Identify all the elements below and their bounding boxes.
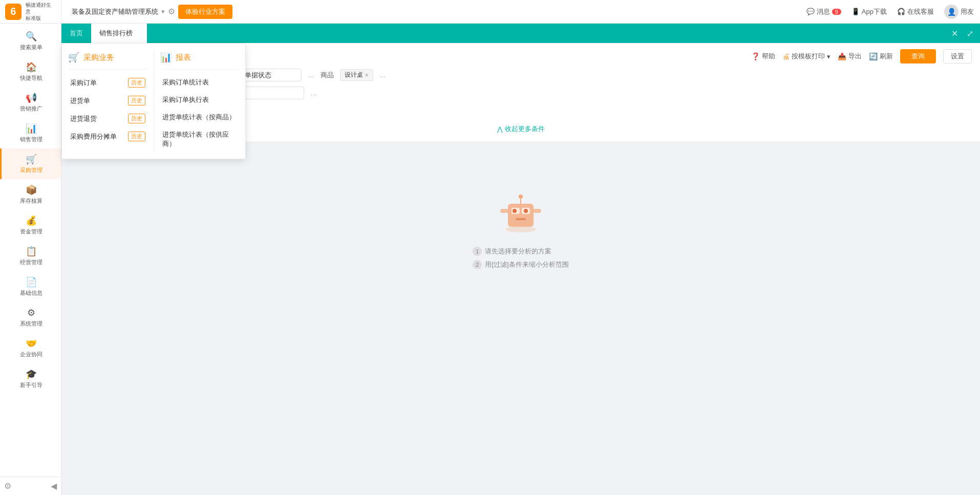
sidebar-item-sales[interactable]: 📊 销售管理 [0,118,61,148]
sidebar-item-system[interactable]: ⚙ 系统管理 [0,302,61,333]
sidebar-item-search[interactable]: 🔍 搜索菜单 [0,26,61,56]
dropdown-item-purchase-expense[interactable]: 采购费用分摊单 历史 [68,127,147,145]
tab-home[interactable]: 首页 [61,24,91,43]
app-download-label: App下载 [862,7,887,16]
salesperson-more[interactable]: … [310,89,317,97]
tip1-text: 请先选择要分析的方案 [485,245,551,258]
operations-icon: 📋 [26,246,37,257]
print-icon: 🖨 [782,52,790,60]
sidebar-item-marketing[interactable]: 📢 营销推广 [0,87,61,118]
user-action[interactable]: 👤 用友 [944,5,974,19]
dropdown-item-inbound-stat-product[interactable]: 进货单统计表（按商品） [160,109,240,126]
dropdown-item-inbound[interactable]: 进货单 历史 [68,92,147,110]
svg-rect-10 [533,209,541,213]
headset-icon: 🎧 [897,8,905,15]
report-col-title: 报表 [176,53,191,62]
setting-button[interactable]: 设置 [943,49,972,63]
sidebar-item-guide[interactable]: 🎓 新手引导 [0,363,61,394]
sidebar-item-operations[interactable]: 📋 经营管理 [0,241,61,271]
export-action[interactable]: 📤 导出 [838,52,862,61]
industry-btn[interactable]: 体验行业方案 [178,5,232,19]
tab-close-icon[interactable]: × [141,30,145,37]
sidebar-item-enterprise[interactable]: 🤝 企业协同 [0,333,61,363]
app-logo-icon: 6 [5,4,22,20]
dropdown-item-inbound-stat-supplier[interactable]: 进货单统计表（按供应商） [160,126,240,153]
export-icon: 📤 [838,52,846,60]
svg-rect-9 [500,209,508,213]
user-avatar: 👤 [944,5,958,19]
print-label: 按模板打印 [792,52,825,61]
sidebar-settings-icon[interactable]: ⚙ [4,481,11,491]
topbar: 装备及固定资产辅助管理系统 ▾ ⚙ 体验行业方案 💬 消息 9 📱 App下载 … [61,0,980,24]
dropdown-item-purchase-order[interactable]: 采购订单 历史 [68,74,147,92]
report-col: 📊 报表 采购订单统计表 采购订单执行表 进货单统计表（按商品） 进货单统计表（… [154,50,246,153]
sidebar-item-quick-nav[interactable]: 🏠 快捷导航 [0,56,61,87]
message-badge: 9 [832,9,841,15]
tip2-num: 2 [473,260,482,269]
basic-info-icon: 📄 [26,276,37,288]
print-dropdown-icon[interactable]: ▾ [827,53,830,60]
tip2-text: 用[过滤]条件来缩小分析范围 [485,258,568,271]
doc-status-more[interactable]: … [308,71,314,79]
dropdown-item-inbound-return[interactable]: 进货退货 历史 [68,110,147,127]
dropdown-columns: 🛒 采购业务 采购订单 历史 进货单 历史 进货退货 历史 采购费用分摊单 历史 [62,50,245,153]
purchase-dropdown-menu: 🛒 采购业务 采购订单 历史 进货单 历史 进货退货 历史 采购费用分摊单 历史 [61,43,246,159]
online-service-label: 在线客服 [907,7,934,16]
help-action[interactable]: ❓ 帮助 [751,52,775,61]
svg-point-5 [524,209,528,213]
purchase-order-badge: 历史 [128,78,145,88]
query-button[interactable]: 查询 [900,49,936,63]
product-tag-value: 设计桌 [345,71,363,79]
product-more[interactable]: … [379,71,386,79]
phone-icon: 📱 [851,8,860,15]
dropdown-item-purchase-order-exec[interactable]: 采购订单执行表 [160,91,240,109]
inbound-stat-product-label: 进货单统计表（按商品） [162,113,236,122]
sidebar-item-label: 新手引导 [20,381,42,389]
system-setting-icon[interactable]: ⚙ [168,7,175,16]
dropdown-item-purchase-order-stat[interactable]: 采购订单统计表 [160,74,240,91]
svg-rect-1 [508,204,534,227]
enterprise-icon: 🤝 [26,338,37,349]
refresh-action[interactable]: 🔄 刷新 [869,52,893,61]
online-service-action[interactable]: 🎧 在线客服 [897,7,934,16]
sidebar-item-inventory[interactable]: 📦 库存核算 [0,179,61,210]
purchase-order-exec-label: 采购订单执行表 [162,95,209,104]
tab-close-all-btn[interactable]: ✕ [947,26,962,40]
product-tag-remove[interactable]: × [365,72,369,79]
app-download-action[interactable]: 📱 App下载 [851,7,887,16]
print-action[interactable]: 🖨 按模板打印 ▾ [782,52,830,61]
report-col-icon: 📊 [160,52,172,63]
inbound-label: 进货单 [70,96,90,105]
inbound-stat-supplier-label: 进货单统计表（按供应商） [162,130,238,148]
purchase-business-col: 🛒 采购业务 采购订单 历史 进货单 历史 进货退货 历史 采购费用分摊单 历史 [62,50,154,153]
system-name: 装备及固定资产辅助管理系统 [72,7,158,16]
sidebar-item-label: 采购管理 [20,166,42,174]
marketing-icon: 📢 [26,92,37,103]
message-action[interactable]: 💬 消息 9 [806,7,841,16]
purchase-icon: 🛒 [26,154,37,165]
collapse-icon: ⋀ [497,125,503,133]
tab-maximize-btn[interactable]: ⤢ [963,26,977,40]
report-col-header: 📊 报表 [160,50,240,70]
sidebar-item-label: 企业协同 [20,351,42,358]
topbar-system: 装备及固定资产辅助管理系统 ▾ ⚙ 体验行业方案 [72,5,806,19]
tab-sales-ranking[interactable]: 销售排行榜 × [91,24,147,43]
sidebar-item-label: 资金管理 [20,228,42,235]
purchase-order-label: 采购订单 [70,78,97,88]
system-dropdown-icon[interactable]: ▾ [161,8,165,15]
sidebar-item-finance[interactable]: 💰 资金管理 [0,210,61,241]
purchase-col-title: 采购业务 [83,53,114,62]
svg-point-0 [505,226,536,232]
sidebar-item-purchase[interactable]: 🛒 采购管理 [0,148,61,179]
purchase-expense-badge: 历史 [128,132,145,141]
sidebar-collapse-icon[interactable]: ◀ [51,481,57,491]
finance-icon: 💰 [26,215,37,226]
refresh-label: 刷新 [880,52,893,61]
inbound-return-label: 进货退货 [70,114,97,123]
sidebar-item-basic-info[interactable]: 📄 基础信息 [0,271,61,302]
inventory-icon: 📦 [26,184,37,196]
message-label: 消息 [817,7,830,16]
sidebar-item-label: 经营管理 [20,259,42,266]
inbound-badge: 历史 [128,96,145,105]
doc-status-select[interactable]: 单据状态 [240,69,302,81]
